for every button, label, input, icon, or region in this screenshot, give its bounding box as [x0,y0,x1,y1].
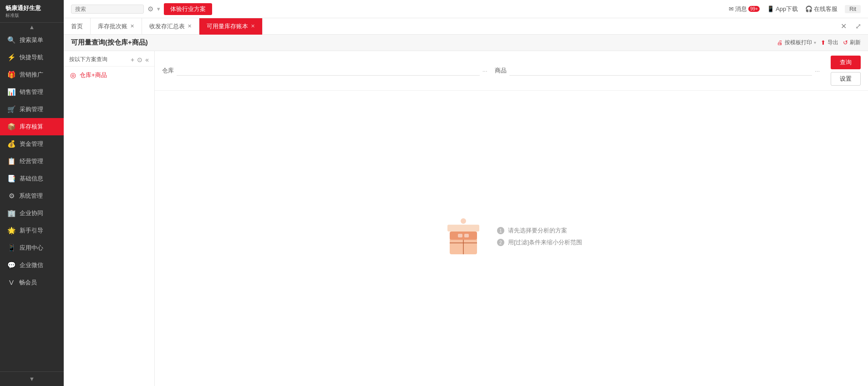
sidebar-item-basic[interactable]: 📑 基础信息 [0,170,64,187]
tab-home[interactable]: 首页 [64,18,91,35]
tab-close-inventory-summary[interactable]: ✕ [188,23,192,29]
sidebar-item-wechat[interactable]: 💬 企业微信 [0,257,64,274]
empty-state: 1 请先选择要分析的方案 2 用[过滤]条件来缩小分析范围 [155,91,868,386]
sidebar-item-inventory[interactable]: 📦 库存核算 [0,118,64,135]
sidebar-item-appstore[interactable]: 📱 应用中心 [0,239,64,257]
app-download-btn[interactable]: 📱 App下载 [767,5,798,13]
sidebar-label-finance: 资金管理 [20,140,43,148]
trial-btn[interactable]: 体验行业方案 [164,3,212,15]
tab-inventory-summary[interactable]: 收发存汇总表✕ [142,18,199,35]
tab-available-ledger[interactable]: 可用量库存账本✕ [199,18,263,35]
filter-panel: 按以下方案查询 + ⊙ « ◎ 仓库+商品 [64,51,155,386]
close-tab-btn[interactable]: ✕ [837,20,850,33]
sidebar: 畅康通好生意 标准版 ▲ 🔍 搜索菜单 ⚡ 快捷导航 🎁 营销推广 📊 销售管理… [0,0,64,386]
headset-icon: 🎧 [805,5,812,12]
maximize-tab-btn[interactable]: ⤢ [852,20,864,33]
warehouse-more-btn[interactable]: ··· [482,67,487,74]
print-btn[interactable]: 🖨 按模板打印 ▾ [777,39,816,46]
sidebar-icon-operation: 📋 [7,157,16,165]
step1-num: 1 [497,227,504,234]
step2-num: 2 [497,239,504,246]
tab-close-available-ledger[interactable]: ✕ [251,23,255,29]
tab-label-home: 首页 [71,22,83,31]
search-input[interactable] [75,6,140,12]
svg-rect-5 [464,234,469,237]
sidebar-icon-search: 🔍 [7,36,16,44]
sidebar-icon-sales: 📊 [7,88,16,96]
sidebar-icon-purchase: 🛒 [7,105,16,113]
sidebar-label-system: 系统管理 [19,192,43,200]
message-icon: ✉ [729,5,734,12]
step1-text: 请先选择要分析的方案 [508,226,567,235]
sidebar-scroll-down[interactable]: ▼ [0,371,64,386]
content-area: 按以下方案查询 + ⊙ « ◎ 仓库+商品 仓库 ··· [64,51,868,386]
sidebar-label-sales: 销售管理 [20,88,43,96]
page-header: 可用量查询(按仓库+商品) 🖨 按模板打印 ▾ ⬆ 导出 ↺ 刷新 [64,35,868,51]
svg-rect-1 [450,232,477,240]
sidebar-icon-inventory: 📦 [7,123,16,131]
sidebar-label-vip: 畅会员 [19,278,37,287]
phone-icon: 📱 [767,5,774,12]
query-actions: 查询 设置 [831,56,861,86]
notification-label: 消息 [735,5,747,13]
sidebar-icon-shortcut: ⚡ [7,53,16,62]
sidebar-label-purchase: 采购管理 [20,105,43,113]
add-scheme-btn[interactable]: + [131,56,134,63]
filter-header-actions: + ⊙ « [131,56,149,63]
empty-state-text: 1 请先选择要分析的方案 2 用[过滤]条件来缩小分析范围 [497,226,582,250]
export-icon: ⬆ [821,39,826,46]
query-btn[interactable]: 查询 [831,56,861,69]
user-menu-btn[interactable]: Rit [845,5,861,13]
sidebar-icon-basic: 📑 [7,175,16,183]
sidebar-item-sales[interactable]: 📊 销售管理 [0,83,64,101]
sidebar-item-enterprise[interactable]: 🏢 企业协同 [0,205,64,222]
sidebar-label-wechat: 企业微信 [20,261,43,269]
sidebar-item-shortcut[interactable]: ⚡ 快捷导航 [0,49,64,66]
page-title: 可用量查询(按仓库+商品) [71,38,148,47]
topbar-search-box[interactable] [71,5,144,14]
sidebar-icon-guide: 🌟 [7,226,16,235]
export-btn[interactable]: ⬆ 导出 [821,39,838,46]
dropdown-icon[interactable]: ▾ [157,5,160,12]
sidebar-item-vip[interactable]: V 畅会员 [0,274,64,291]
sidebar-item-guide[interactable]: 🌟 新手引导 [0,222,64,239]
sidebar-icon-wechat: 💬 [7,261,16,269]
scheme-settings-btn[interactable]: ⊙ [137,56,142,63]
sidebar-scroll-up[interactable]: ▲ [0,23,64,31]
print-dropdown-icon[interactable]: ▾ [814,40,816,45]
tab-batch-ledger[interactable]: 库存批次账✕ [91,18,142,35]
topbar-right: ✉ 消息 99+ 📱 App下载 🎧 在线客服 Rit [729,5,861,13]
query-area: 仓库 ··· 商品 ··· 查询 设置 [155,51,868,386]
column-settings-btn[interactable]: 设置 [831,72,861,86]
tabs-actions: ✕ ⤢ [837,20,868,33]
product-input[interactable] [509,66,812,76]
sidebar-item-finance[interactable]: 💰 资金管理 [0,135,64,153]
sidebar-icon-marketing: 🎁 [7,71,16,79]
svg-point-7 [461,218,466,224]
empty-illustration [441,216,486,261]
app-edition: 标准版 [5,12,58,19]
warehouse-input[interactable] [177,66,480,76]
svg-rect-6 [447,225,479,232]
product-more-btn[interactable]: ··· [815,67,820,74]
sidebar-item-search[interactable]: 🔍 搜索菜单 [0,31,64,49]
main-area: ⚙ ▾ 体验行业方案 ✉ 消息 99+ 📱 App下载 🎧 在线客服 Rit 首… [64,0,868,386]
sidebar-item-system[interactable]: ⚙ 系统管理 [0,187,64,205]
topbar: ⚙ ▾ 体验行业方案 ✉ 消息 99+ 📱 App下载 🎧 在线客服 Rit [64,0,868,18]
filter-scheme-item[interactable]: ◎ 仓库+商品 [64,67,154,84]
sidebar-item-marketing[interactable]: 🎁 营销推广 [0,66,64,83]
refresh-btn[interactable]: ↺ 刷新 [843,39,861,46]
sidebar-label-appstore: 应用中心 [20,244,43,252]
warehouse-field-group: 仓库 ··· [162,66,487,76]
tab-close-batch-ledger[interactable]: ✕ [130,23,134,29]
sidebar-label-basic: 基础信息 [20,175,43,183]
sidebar-item-operation[interactable]: 📋 经营管理 [0,153,64,170]
collapse-filter-btn[interactable]: « [145,56,149,63]
product-field-group: 商品 ··· [495,66,820,76]
notification-btn[interactable]: ✉ 消息 99+ [729,5,760,13]
tab-label-batch-ledger: 库存批次账 [98,22,127,31]
step1: 1 请先选择要分析的方案 [497,226,582,235]
online-service-btn[interactable]: 🎧 在线客服 [805,5,838,13]
sidebar-item-purchase[interactable]: 🛒 采购管理 [0,101,64,118]
settings-icon[interactable]: ⚙ [147,5,153,13]
